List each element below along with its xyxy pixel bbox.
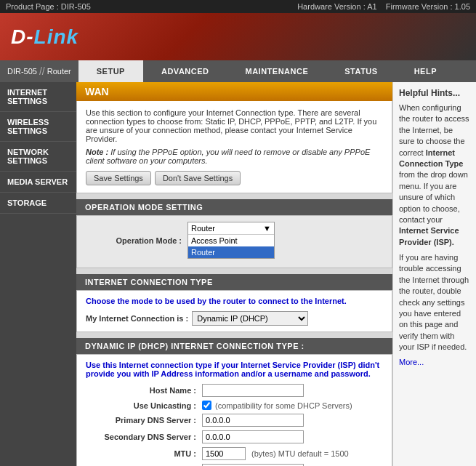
breadcrumb-current: Router [47,67,71,76]
secondary-dns-row: Secondary DNS Server : [86,430,383,443]
tab-setup[interactable]: SETUP [78,60,143,82]
primary-dns-label: Primary DNS Server : [86,416,202,425]
internet-connection-description: Choose the mode to be used by the router… [86,297,383,305]
wan-buttons: Save Settings Don't Save Settings [86,171,383,185]
host-name-row: Host Name : [86,384,383,397]
right-panel: Helpful Hints... When configuring the ro… [392,82,476,466]
product-label: Product Page : DIR-505 [6,2,91,11]
operation-mode-selected[interactable]: Router ▼ [188,222,274,234]
more-link[interactable]: More... [399,358,424,366]
secondary-dns-label: Secondary DNS Server : [86,433,202,441]
mtu-input[interactable] [202,447,246,460]
primary-dns-input[interactable] [202,414,304,427]
option-access-point[interactable]: Access Point [188,235,274,246]
operation-mode-body: Operation Mode : Router ▼ Access Point R… [76,215,392,268]
wan-description: Use this section to configure your Inter… [86,108,383,143]
unicasting-note: (compatibility for some DHCP Servers) [215,401,352,410]
main-content: WAN Use this section to configure your I… [76,82,392,466]
use-unicasting-row: Use Unicasting : (compatibility for some… [86,401,383,410]
sidebar-item-network-settings[interactable]: NETWORK SETTINGS [0,142,76,172]
wan-body: Use this section to configure your Inter… [76,101,392,193]
wan-note: Note : If using the PPPoE option, you wi… [86,148,383,165]
mtu-note: (bytes) MTU default = 1500 [249,449,349,458]
sidebar-item-wireless-settings[interactable]: WIRELESS SETTINGS [0,112,76,142]
helpful-hints-title: Helpful Hints... [399,88,470,98]
tab-maintenance[interactable]: MAINTENANCE [227,60,327,82]
dropdown-arrow: ▼ [263,224,271,233]
wan-header: WAN [76,82,392,101]
use-unicasting-checkbox[interactable] [202,401,211,410]
dhcp-section-header: DYNAMIC IP (DHCP) INTERNET CONNECTION TY… [76,338,392,354]
header: D-Link [0,13,476,60]
operation-mode-section-header: OPERATION MODE SETTING [76,199,392,215]
helpful-hints-text1: When configuring the router to access th… [399,103,470,248]
mtu-row: MTU : (bytes) MTU default = 1500 [86,447,383,460]
tab-advanced[interactable]: ADVANCED [143,60,227,82]
sidebar-item-internet-settings[interactable]: INTERNET SETTINGS [0,82,76,112]
tab-status[interactable]: STATUS [326,60,395,82]
dhcp-body: Use this Internet connection type if you… [76,354,392,466]
breadcrumb-home: DIR-505 [7,67,37,76]
secondary-dns-input[interactable] [202,430,304,443]
mtu-label: MTU : [86,449,202,458]
operation-mode-label: Operation Mode : [86,236,187,245]
breadcrumb-sep: // [39,65,45,77]
internet-connection-body: Choose the mode to be used by the router… [76,290,392,332]
sidebar-item-media-server[interactable]: MEDIA SERVER [0,172,76,193]
use-unicasting-label: Use Unicasting : [86,401,202,410]
my-internet-connection-label: My Internet Connection is : [86,314,188,323]
internet-connection-row: My Internet Connection is : Dynamic IP (… [86,311,383,326]
content: WAN Use this section to configure your I… [76,82,476,466]
internet-connection-select[interactable]: Dynamic IP (DHCP) Static IP PPPoE PPTP L… [192,311,308,326]
version-info: Hardware Version : A1 Firmware Version :… [297,2,470,11]
operation-mode-value: Router [191,224,215,233]
option-router[interactable]: Router [188,246,274,258]
nav-bar: DIR-505 // Router SETUP ADVANCED MAINTEN… [0,60,476,82]
breadcrumb: DIR-505 // Router [0,65,78,77]
dhcp-notice: Use this Internet connection type if you… [86,361,383,378]
sidebar: INTERNET SETTINGS WIRELESS SETTINGS NETW… [0,82,76,466]
operation-mode-list: Access Point Router [188,234,274,258]
operation-mode-dropdown[interactable]: Router ▼ Access Point Router [187,222,275,259]
main-layout: INTERNET SETTINGS WIRELESS SETTINGS NETW… [0,82,476,466]
tab-help[interactable]: HELP [396,60,455,82]
sidebar-item-storage[interactable]: STORAGE [0,193,76,214]
helpful-hints-bold2: Internet Service Provider (ISP). [399,226,459,246]
helpful-hints-text2: If you are having trouble accessing the … [399,252,470,353]
nav-tabs: SETUP ADVANCED MAINTENANCE STATUS HELP [78,60,476,82]
use-unicasting-checkbox-row: (compatibility for some DHCP Servers) [202,401,352,410]
note-label: Note : [86,148,108,156]
helpful-hints-bold1: Internet Connection Type [399,148,463,168]
logo: D-Link [11,25,78,49]
internet-connection-type-header: INTERNET CONNECTION TYPE [76,274,392,290]
operation-mode-row: Operation Mode : Router ▼ Access Point R… [86,222,383,259]
save-settings-button[interactable]: Save Settings [86,171,151,185]
top-bar: Product Page : DIR-505 Hardware Version … [0,0,476,13]
dont-save-settings-button[interactable]: Don't Save Settings [155,171,241,185]
primary-dns-row: Primary DNS Server : [86,414,383,427]
host-name-input[interactable] [202,384,304,397]
host-name-label: Host Name : [86,386,202,395]
note-text: If using the PPPoE option, you will need… [86,148,370,165]
